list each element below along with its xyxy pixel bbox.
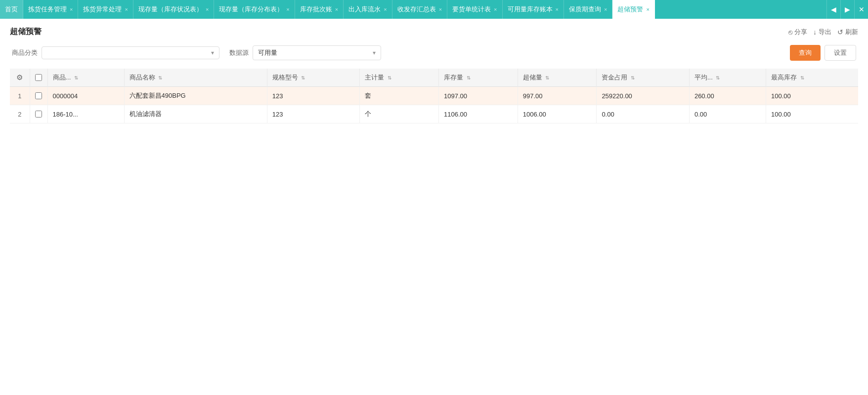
main-content: 超储预警 ⎋ 分享 ↓ 导出 ↺ 刷新 商品分类 ▾ 数据源 bbox=[0, 19, 868, 395]
nav-order-stats[interactable]: 要货单统计表 × bbox=[447, 0, 502, 19]
datasource-chevron-icon: ▾ bbox=[373, 49, 376, 56]
nav-task-mgmt-label: 拣货任务管理 bbox=[28, 5, 67, 14]
nav-home[interactable]: 首页 bbox=[0, 0, 23, 19]
nav-quality-check-label: 保质期查询 bbox=[569, 5, 601, 14]
row-1-capital: 259220.00 bbox=[597, 87, 690, 105]
row-1-max-stock: 100.00 bbox=[766, 87, 858, 105]
nav-arrow-close[interactable]: ✕ bbox=[854, 0, 868, 19]
col-header-capital[interactable]: 资金占用 ⇅ bbox=[597, 69, 690, 87]
sort-icon-max-stock: ⇅ bbox=[800, 75, 804, 80]
share-icon: ⎋ bbox=[788, 28, 792, 36]
export-button[interactable]: ↓ 导出 bbox=[813, 28, 831, 37]
datasource-select[interactable]: 可用量 ▾ bbox=[253, 45, 381, 60]
row-1-checkbox[interactable] bbox=[30, 87, 47, 105]
row-2-capital: 0.00 bbox=[597, 105, 690, 123]
row-2-unit: 个 bbox=[360, 105, 439, 123]
page-title: 超储预警 bbox=[10, 27, 42, 37]
nav-in-out-flow[interactable]: 出入库流水 × bbox=[344, 0, 392, 19]
row-2-checkbox[interactable] bbox=[30, 105, 47, 123]
category-chevron-icon: ▾ bbox=[211, 49, 214, 56]
nav-inventory-dist-label: 现存量（库存分布表） bbox=[219, 5, 283, 14]
datasource-select-value: 可用量 bbox=[258, 48, 277, 57]
sort-icon-inventory: ⇅ bbox=[467, 75, 471, 80]
nav-task-mgmt-close[interactable]: × bbox=[70, 6, 73, 12]
col-inventory-label: 库存量 bbox=[444, 74, 463, 81]
query-button[interactable]: 查询 bbox=[790, 45, 821, 61]
settings-button[interactable]: 设置 bbox=[825, 45, 856, 61]
sort-icon-unit: ⇅ bbox=[388, 75, 391, 80]
nav-quality-check[interactable]: 保质期查询 × bbox=[564, 0, 612, 19]
col-capital-label: 资金占用 bbox=[602, 74, 627, 81]
row-2-index: 2 bbox=[10, 105, 30, 123]
col-header-avg[interactable]: 平均... ⇅ bbox=[689, 69, 766, 87]
row-2-spec: 123 bbox=[267, 105, 360, 123]
col-avg-label: 平均... bbox=[694, 74, 713, 81]
nav-inventory-status-label: 现存量（库存状况表） bbox=[138, 5, 203, 14]
refresh-icon: ↺ bbox=[837, 28, 843, 36]
sort-icon-capital: ⇅ bbox=[631, 75, 635, 80]
nav-exception[interactable]: 拣货异常处理 × bbox=[78, 0, 133, 19]
row-1-spec: 123 bbox=[267, 87, 360, 105]
nav-inventory-dist-close[interactable]: × bbox=[286, 6, 289, 12]
select-all-checkbox[interactable] bbox=[35, 74, 42, 81]
col-header-product-name[interactable]: 商品名称 ⇅ bbox=[124, 69, 267, 87]
col-header-max-stock[interactable]: 最高库存 ⇅ bbox=[766, 69, 858, 87]
nav-order-stats-label: 要货单统计表 bbox=[452, 5, 491, 14]
col-header-settings[interactable]: ⚙ bbox=[10, 69, 30, 87]
nav-exception-close[interactable]: × bbox=[125, 6, 128, 12]
sort-icon-overstock: ⇅ bbox=[545, 75, 549, 80]
row-2-overstock: 1006.00 bbox=[518, 105, 597, 123]
col-header-product-code[interactable]: 商品... ⇅ bbox=[47, 69, 124, 87]
nav-arrow-right[interactable]: ▶ bbox=[840, 0, 854, 19]
col-overstock-label: 超储量 bbox=[523, 74, 542, 81]
row-1-avg: 260.00 bbox=[689, 87, 766, 105]
sort-icon-product-name: ⇅ bbox=[158, 75, 162, 80]
col-product-code-label: 商品... bbox=[53, 74, 71, 81]
nav-avail-account[interactable]: 可用量库存账本 × bbox=[503, 0, 564, 19]
row-1-select-checkbox[interactable] bbox=[35, 92, 42, 99]
col-spec-label: 规格型号 bbox=[272, 74, 298, 81]
nav-avail-account-label: 可用量库存账本 bbox=[508, 5, 553, 14]
row-2-inventory: 1106.00 bbox=[439, 105, 518, 123]
col-header-spec[interactable]: 规格型号 ⇅ bbox=[267, 69, 360, 87]
table-row: 2 186-10... 机油滤清器 123 个 1106.00 1006.00 … bbox=[10, 105, 858, 123]
nav-arrows: ◀ ▶ ✕ bbox=[826, 0, 868, 19]
nav-inventory-dist[interactable]: 现存量（库存分布表） × bbox=[214, 0, 295, 19]
nav-in-out-flow-label: 出入库流水 bbox=[348, 5, 381, 14]
nav-exception-label: 拣货异常处理 bbox=[83, 5, 122, 14]
nav-quality-check-close[interactable]: × bbox=[604, 6, 607, 12]
nav-inventory-batch[interactable]: 库存批次账 × bbox=[295, 0, 344, 19]
category-filter-label: 商品分类 bbox=[12, 48, 38, 57]
table-row: 1 0000004 六配套新昌490BPG 123 套 1097.00 997.… bbox=[10, 87, 858, 105]
col-header-unit[interactable]: 主计量 ⇅ bbox=[360, 69, 439, 87]
share-button[interactable]: ⎋ 分享 bbox=[788, 28, 807, 37]
row-2-select-checkbox[interactable] bbox=[35, 111, 42, 118]
export-label: 导出 bbox=[819, 28, 831, 37]
nav-inventory-batch-close[interactable]: × bbox=[335, 6, 338, 12]
col-max-stock-label: 最高库存 bbox=[771, 74, 797, 81]
row-1-overstock: 997.00 bbox=[518, 87, 597, 105]
refresh-label: 刷新 bbox=[845, 28, 858, 37]
gear-icon[interactable]: ⚙ bbox=[16, 73, 23, 81]
nav-arrow-left[interactable]: ◀ bbox=[826, 0, 840, 19]
nav-overstock-warning-close[interactable]: × bbox=[646, 6, 649, 12]
nav-order-stats-close[interactable]: × bbox=[494, 6, 497, 12]
page-header: 超储预警 ⎋ 分享 ↓ 导出 ↺ 刷新 bbox=[10, 27, 858, 37]
category-filter: 商品分类 ▾ bbox=[12, 46, 219, 59]
nav-inventory-status[interactable]: 现存量（库存状况表） × bbox=[133, 0, 214, 19]
nav-task-mgmt[interactable]: 拣货任务管理 × bbox=[23, 0, 78, 19]
nav-inventory-status-close[interactable]: × bbox=[206, 6, 209, 12]
nav-collect-summary-close[interactable]: × bbox=[439, 6, 442, 12]
refresh-button[interactable]: ↺ 刷新 bbox=[837, 28, 858, 37]
col-header-inventory[interactable]: 库存量 ⇅ bbox=[439, 69, 518, 87]
sort-icon-product-code: ⇅ bbox=[74, 75, 78, 80]
nav-avail-account-close[interactable]: × bbox=[556, 6, 559, 12]
category-select[interactable]: ▾ bbox=[42, 46, 219, 59]
row-2-product-code: 186-10... bbox=[47, 105, 124, 123]
col-header-checkbox[interactable] bbox=[30, 69, 47, 87]
col-header-overstock[interactable]: 超储量 ⇅ bbox=[518, 69, 597, 87]
row-2-max-stock: 100.00 bbox=[766, 105, 858, 123]
nav-in-out-flow-close[interactable]: × bbox=[384, 6, 387, 12]
nav-overstock-warning[interactable]: 超储预警 × bbox=[612, 0, 654, 19]
nav-collect-summary[interactable]: 收发存汇总表 × bbox=[392, 0, 447, 19]
